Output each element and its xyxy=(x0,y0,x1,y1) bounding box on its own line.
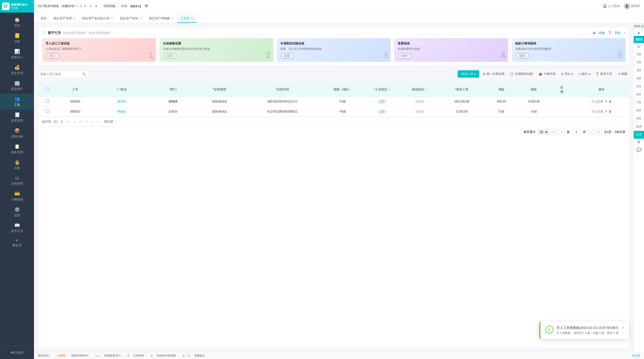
export-dropdown-icon: ▾ xyxy=(572,72,573,76)
feedback-icon[interactable]: 💬 xyxy=(635,145,642,154)
reports-icon: 📊 xyxy=(14,49,20,54)
sidebar-item-reports[interactable]: 📊 报表中心 xyxy=(0,46,34,62)
page-input[interactable] xyxy=(572,129,581,135)
calendar-month-7[interactable]: 7月 xyxy=(634,99,644,107)
calendar-month-10[interactable]: 10月 xyxy=(634,123,644,131)
row2-delete-icon[interactable]: 🗑 xyxy=(609,110,612,113)
calendar-month-2[interactable]: 2月 xyxy=(634,59,644,67)
row1-checkbox[interactable] xyxy=(46,99,49,103)
tab-close-icon[interactable]: × xyxy=(111,17,113,20)
refresh-button[interactable]: ↺ 刷新 xyxy=(616,71,629,77)
user-profile-button[interactable]: 👤 徐泽华 xyxy=(624,3,640,9)
username: 徐泽华 xyxy=(631,4,640,8)
footer-dash-5: -- xyxy=(92,120,94,123)
tab-close-icon[interactable]: × xyxy=(172,17,174,20)
guide-help-link[interactable]: 帮助 xyxy=(615,31,621,35)
step-3-button[interactable]: 查看› xyxy=(280,53,294,59)
row2-perf: 0.00 xyxy=(518,107,550,117)
social-insurance-button[interactable]: ⚙ 统一社保设置 xyxy=(481,71,507,77)
cancel-fixed-button[interactable]: ◀取消固定 xyxy=(0,349,34,356)
tab-close-icon[interactable]: × xyxy=(73,17,75,20)
step-2-button[interactable]: 设置› xyxy=(163,53,177,59)
row2-edit-icon[interactable]: ✎ xyxy=(605,110,608,113)
tax-icon: 📋 xyxy=(14,144,20,149)
tab-categories[interactable]: 固定资产类别 × xyxy=(116,14,145,23)
tab-detail[interactable]: 固定资产明细账 × xyxy=(145,14,177,23)
sidebar-item-member[interactable]: V 畅会员 xyxy=(0,236,34,250)
last-page-button[interactable]: » xyxy=(596,129,602,135)
go-charge-link[interactable]: 去充值 xyxy=(632,354,640,357)
calendar-up-icon[interactable]: ▲ xyxy=(636,29,642,36)
guide-steps: 导入员工工资信息 人员信息及工资数据新增导入 导入› 1 › 社保参数设置 完成… xyxy=(42,38,625,62)
tax-report-button[interactable]: 📤 个税申报 xyxy=(537,71,557,77)
operations-button[interactable]: ≡ 操作 ▾ xyxy=(577,71,592,77)
search-input[interactable] xyxy=(40,72,82,76)
tab-payroll[interactable]: 工资表 × xyxy=(177,14,197,23)
select-all-checkbox[interactable] xyxy=(46,88,49,91)
tab-close-icon[interactable]: × xyxy=(140,17,142,20)
send-filter-icon[interactable]: ▼ xyxy=(425,88,428,91)
step-5-button[interactable]: 查看› xyxy=(515,53,529,59)
guide-button[interactable]: ❓ 新手引导 xyxy=(593,71,614,77)
sidebar-item-expense[interactable]: 💳 小畅报销 xyxy=(0,188,34,204)
add-account-button[interactable]: + xyxy=(90,4,92,9)
row2-checkbox[interactable] xyxy=(46,110,49,113)
calendar-month-5[interactable]: 5月 xyxy=(634,83,644,91)
sidebar-item-assets[interactable]: 🏢 固定资产 xyxy=(0,78,34,94)
per-page-select[interactable]: 10 20 50 xyxy=(538,129,549,135)
step-4-button[interactable]: 查看› xyxy=(398,53,412,59)
calendar-month-8[interactable]: 8月 xyxy=(634,107,644,115)
sort-icon[interactable]: ⇅ xyxy=(117,88,119,91)
next-page-button[interactable]: › xyxy=(588,129,594,135)
guide-video-link[interactable]: 视频 xyxy=(599,31,605,35)
calendar-down-icon[interactable]: ▼ xyxy=(636,139,642,145)
calendar-month-1[interactable]: 1月 xyxy=(634,50,644,59)
sidebar-item-tax[interactable]: 📋 税务管理 xyxy=(0,141,34,157)
calendar-current-year[interactable]: 2023 xyxy=(634,36,644,43)
sidebar-item-ledger[interactable]: 📒 总账 xyxy=(0,30,34,46)
sidebar-item-funds[interactable]: 💰 资金管理 xyxy=(0,62,34,78)
sidebar-item-settings[interactable]: ⚙️ 设置 xyxy=(0,204,34,220)
sidebar-item-invoice[interactable]: 🧾 发票管理 xyxy=(0,110,34,125)
row1-social-link[interactable]: 个人社保 xyxy=(591,100,603,103)
tab-close-icon[interactable]: × xyxy=(191,17,193,20)
calendar-month-3[interactable]: 3月 xyxy=(634,67,644,75)
sidebar-item-inventory[interactable]: 📦 进销台账 xyxy=(0,125,34,141)
account-settings-icon[interactable]: ⚙ xyxy=(95,5,98,8)
account-selector[interactable]: 刘小艳演示账套（勿删勿动！）1 ▼ xyxy=(38,4,87,8)
prev-page-button[interactable]: ‹ xyxy=(559,129,565,135)
row1-name-link[interactable]: 徐泽华 xyxy=(117,100,126,103)
tab-home[interactable]: 首页 xyxy=(37,14,50,23)
sidebar-item-guide[interactable]: 📖 新手引导 xyxy=(0,220,34,236)
toast-close-button[interactable]: × xyxy=(622,326,624,330)
sidebar-item-archive[interactable]: 🗂 归档管理 xyxy=(0,173,34,188)
sidebar-item-closing[interactable]: 🔒 结账 xyxy=(0,157,34,173)
calendar-month-11[interactable]: 11月 xyxy=(634,131,644,139)
search-input-wrap[interactable]: 🔍 xyxy=(38,70,88,78)
calendar-month-6[interactable]: 6月 xyxy=(634,91,644,99)
row1-edit-icon[interactable]: ✎ xyxy=(605,100,608,103)
ai-consult-button[interactable]: 🎧 人工咨询 xyxy=(603,4,620,8)
tab-depreciation[interactable]: 固定资产折旧统计表 × xyxy=(79,14,116,23)
add-person-button[interactable]: 添加人员 ▾ xyxy=(458,70,479,78)
first-page-button[interactable]: « xyxy=(551,129,557,135)
row1-delete-icon[interactable]: 🗑 xyxy=(609,100,612,103)
tab-fixed-assets[interactable]: 固定资产管理 × xyxy=(50,14,79,23)
step-1-button[interactable]: 导入› xyxy=(46,53,60,59)
sidebar-item-payroll[interactable]: 👥 工资 xyxy=(0,94,34,110)
row2-name-link[interactable]: 李俊杰 xyxy=(117,110,126,113)
used-auth-label: 已用授权： xyxy=(133,354,147,357)
guide-close-button[interactable]: × xyxy=(624,31,625,35)
status-filter-icon[interactable]: ▼ xyxy=(388,88,390,91)
sidebar-item-home[interactable]: 🏠 首页 xyxy=(0,15,34,30)
footer-dash-6: -- xyxy=(98,120,100,123)
calendar-month-9[interactable]: 9月 xyxy=(634,115,644,123)
calendar-icon[interactable]: 📅 xyxy=(144,5,148,8)
switch-version-button[interactable]: 切到旧版 xyxy=(101,3,118,9)
sidebar-label-inventory: 进销台账 xyxy=(11,134,23,139)
export-button[interactable]: ⬇ 导出 ▾ xyxy=(559,71,575,77)
calendar-month-4[interactable]: 4月 xyxy=(634,75,644,83)
row2-social-link[interactable]: 个人社保 xyxy=(591,110,603,113)
calendar-month-12[interactable]: 12 xyxy=(634,43,644,50)
special-deduction-button[interactable]: 📋 专项附加扣除 xyxy=(508,71,535,77)
